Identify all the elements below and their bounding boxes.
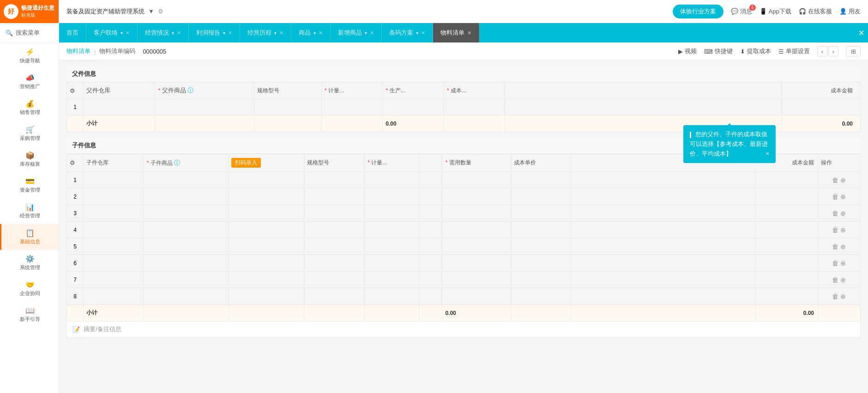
- parent-spec-cell[interactable]: [254, 99, 321, 115]
- system-dropdown-icon[interactable]: ▼: [148, 8, 154, 15]
- child-prod-4[interactable]: [144, 222, 228, 238]
- sidebar-item-finance[interactable]: 💳 资金管理: [0, 172, 59, 198]
- copy-icon-4[interactable]: ⊕: [840, 226, 846, 234]
- sidebar-item-quicknav[interactable]: ⚡ 快捷导航: [0, 43, 59, 69]
- tab-product-close[interactable]: ✕: [319, 30, 323, 36]
- scan-button[interactable]: 扫码录入: [231, 158, 261, 168]
- sidebar-item-marketing[interactable]: 📣 营销推广: [0, 69, 59, 95]
- child-spec-2[interactable]: [304, 188, 364, 205]
- child-wh-8[interactable]: [84, 288, 144, 305]
- child-wh-2[interactable]: [84, 188, 144, 205]
- sidebar-item-guide[interactable]: 📖 新手引导: [0, 302, 59, 327]
- sidebar-item-system[interactable]: ⚙️ 系统管理: [0, 250, 59, 276]
- child-qty-8[interactable]: [442, 288, 511, 305]
- delete-icon-8[interactable]: 🗑: [832, 293, 838, 300]
- child-qty-2[interactable]: [442, 188, 511, 205]
- tab-bom-close[interactable]: ✕: [467, 30, 471, 36]
- child-wh-3[interactable]: [84, 205, 144, 222]
- child-unit-4[interactable]: [364, 222, 419, 238]
- copy-icon-7[interactable]: ⊕: [840, 276, 846, 284]
- child-ucost-4[interactable]: [511, 222, 571, 238]
- gear-icon[interactable]: ⚙: [158, 8, 163, 15]
- sidebar-item-purchase[interactable]: 🛒 采购管理: [0, 121, 59, 146]
- tab-history-close[interactable]: ✕: [279, 30, 283, 36]
- child-ucost-5[interactable]: [511, 238, 571, 255]
- sidebar-item-inventory[interactable]: 📦 库存核算: [0, 146, 59, 172]
- child-spec-7[interactable]: [304, 272, 364, 288]
- child-ucost-7[interactable]: [511, 272, 571, 288]
- child-qty-3[interactable]: [442, 205, 511, 222]
- child-qty-5[interactable]: [442, 238, 511, 255]
- single-settings-action[interactable]: ☰ 单据设置: [778, 47, 810, 55]
- delete-icon-3[interactable]: 🗑: [832, 210, 838, 217]
- tab-new-product-close[interactable]: ✕: [370, 30, 374, 36]
- child-spec-6[interactable]: [304, 255, 364, 272]
- delete-icon-5[interactable]: 🗑: [832, 243, 838, 250]
- parent-unit-cell[interactable]: [321, 99, 382, 115]
- main-close-icon[interactable]: ✕: [858, 29, 864, 37]
- sidebar-item-sales[interactable]: 💰 销售管理: [0, 95, 59, 121]
- tab-customer[interactable]: 客户联络 ▾ ✕: [86, 23, 138, 42]
- child-spec-8[interactable]: [304, 288, 364, 305]
- child-wh-7[interactable]: [84, 272, 144, 288]
- parent-warehouse-cell[interactable]: [84, 99, 155, 115]
- sidebar-item-basic[interactable]: 📋 基础信息: [0, 224, 59, 250]
- search-menu-button[interactable]: 🔍 搜索菜单: [4, 27, 55, 39]
- copy-icon-8[interactable]: ⊕: [840, 293, 846, 300]
- child-unit-8[interactable]: [364, 288, 419, 305]
- delete-icon-2[interactable]: 🗑: [832, 193, 838, 200]
- child-spec-1[interactable]: [304, 172, 364, 188]
- video-action[interactable]: ▶ 视频: [678, 47, 697, 55]
- th-settings[interactable]: ⚙: [67, 83, 84, 99]
- child-unit-3[interactable]: [364, 205, 419, 222]
- tab-profit[interactable]: 利润报告 ▾ ✕: [189, 23, 240, 42]
- child-unit-5[interactable]: [364, 238, 419, 255]
- tooltip-close-button[interactable]: ×: [766, 149, 769, 159]
- sidebar-search-area[interactable]: 🔍 搜索菜单: [0, 23, 59, 43]
- tab-new-product[interactable]: 新增商品 ▾ ✕: [331, 23, 382, 42]
- tab-barcode-close[interactable]: ✕: [421, 30, 425, 36]
- sidebar-item-operations[interactable]: 📊 经营管理: [0, 198, 59, 224]
- app-download-action[interactable]: 📱 App下载: [760, 7, 791, 16]
- child-unit-2[interactable]: [364, 188, 419, 205]
- delete-icon-4[interactable]: 🗑: [832, 226, 838, 234]
- child-qty-4[interactable]: [442, 222, 511, 238]
- tab-customer-close[interactable]: ✕: [126, 30, 130, 36]
- experience-button[interactable]: 体验行业方案: [673, 5, 723, 18]
- child-spec-4[interactable]: [304, 222, 364, 238]
- child-th-settings[interactable]: ⚙: [67, 154, 84, 172]
- grid-view-button[interactable]: ⊞: [846, 46, 861, 56]
- tab-close-btn[interactable]: ✕: [858, 29, 868, 37]
- child-ucost-2[interactable]: [511, 188, 571, 205]
- copy-icon-2[interactable]: ⊕: [840, 193, 846, 200]
- child-unit-1[interactable]: [364, 172, 419, 188]
- child-wh-1[interactable]: [84, 172, 144, 188]
- child-ucost-3[interactable]: [511, 205, 571, 222]
- extract-cost-action[interactable]: ⬇ 提取成本: [740, 47, 771, 55]
- child-wh-4[interactable]: [84, 222, 144, 238]
- tab-home[interactable]: 首页: [59, 23, 86, 42]
- child-qty-7[interactable]: [442, 272, 511, 288]
- parent-product-cell[interactable]: [155, 99, 254, 115]
- delete-icon-6[interactable]: 🗑: [832, 260, 838, 267]
- child-wh-6[interactable]: [84, 255, 144, 272]
- child-prod-6[interactable]: [144, 255, 228, 272]
- child-spec-5[interactable]: [304, 238, 364, 255]
- parent-production-cell[interactable]: [383, 99, 444, 115]
- child-prod-2[interactable]: [144, 188, 228, 205]
- sidebar-item-enterprise[interactable]: 🤝 企业协同: [0, 276, 59, 302]
- online-service-action[interactable]: 🎧 在线客服: [799, 7, 832, 16]
- delete-icon-1[interactable]: 🗑: [832, 176, 838, 184]
- delete-icon-7[interactable]: 🗑: [832, 276, 838, 284]
- child-wh-5[interactable]: [84, 238, 144, 255]
- child-prod-1[interactable]: [144, 172, 228, 188]
- tab-barcode[interactable]: 条码方案 ▾ ✕: [382, 23, 433, 42]
- child-unit-6[interactable]: [364, 255, 419, 272]
- child-qty-1[interactable]: [442, 172, 511, 188]
- child-info-icon[interactable]: ⓘ: [174, 159, 180, 166]
- child-unit-7[interactable]: [364, 272, 419, 288]
- tab-bom[interactable]: 物料清单 ✕: [433, 23, 479, 42]
- message-action[interactable]: 💬 消息 6: [731, 7, 752, 16]
- tab-product[interactable]: 商品 ▾ ✕: [291, 23, 331, 42]
- next-record-button[interactable]: ›: [828, 46, 838, 56]
